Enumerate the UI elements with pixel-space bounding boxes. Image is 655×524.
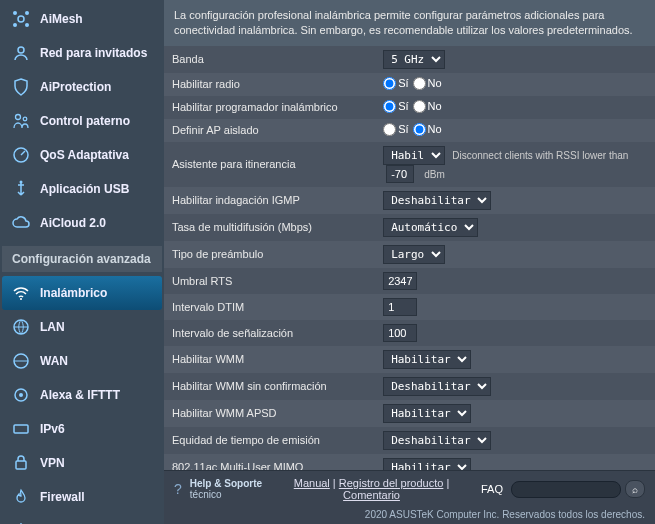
- shield-icon: [10, 76, 32, 98]
- manual-link[interactable]: Manual: [294, 477, 330, 489]
- sidebar-item-label: Firewall: [40, 490, 85, 504]
- scheduler-no[interactable]: No: [413, 100, 442, 113]
- svg-point-7: [23, 117, 27, 121]
- sidebar-item-label: WAN: [40, 354, 68, 368]
- roaming-note: Disconnect clients with RSSI lower than: [452, 150, 628, 161]
- help-support-link[interactable]: Help & Soportetécnico: [190, 478, 262, 500]
- rts-input[interactable]: [383, 272, 417, 290]
- sidebar: AiMeshRed para invitadosAiProtectionCont…: [0, 0, 164, 524]
- roaming-select[interactable]: Habilitar: [383, 146, 445, 165]
- radio-no-input[interactable]: [413, 77, 426, 90]
- airtime-label: Equidad de tiempo de emisión: [164, 427, 375, 454]
- sidebar-item-aimesh[interactable]: AiMesh: [2, 2, 162, 36]
- mu-mimo-select[interactable]: Habilitar: [383, 458, 471, 470]
- sidebar-item-qos-adaptativa[interactable]: QoS Adaptativa: [2, 138, 162, 172]
- sidebar-item-label: LAN: [40, 320, 65, 334]
- igmp-select[interactable]: Deshabilitar: [383, 191, 491, 210]
- wmm-apsd-label: Habilitar WMM APSD: [164, 400, 375, 427]
- beacon-input[interactable]: [383, 324, 417, 342]
- cloud-icon: [10, 212, 32, 234]
- lan-icon: [10, 316, 32, 338]
- preamble-label: Tipo de preámbulo: [164, 241, 375, 268]
- rts-label: Umbral RTS: [164, 268, 375, 294]
- rssi-input[interactable]: [386, 165, 414, 183]
- sidebar-item-label: AiMesh: [40, 12, 83, 26]
- sidebar-item-label: VPN: [40, 456, 65, 470]
- sidebar-item-ipv6[interactable]: IPv6: [2, 412, 162, 446]
- faq-label: FAQ: [481, 483, 503, 495]
- footer: ? Help & Soportetécnico Manual | Registr…: [164, 470, 655, 507]
- sidebar-item-administraci-n[interactable]: Administración: [2, 514, 162, 524]
- wmm-select[interactable]: Habilitar: [383, 350, 471, 369]
- svg-point-0: [18, 16, 24, 22]
- airtime-select[interactable]: Deshabilitar: [383, 431, 491, 450]
- isolated-no[interactable]: No: [413, 123, 442, 136]
- fire-icon: [10, 486, 32, 508]
- sidebar-item-wan[interactable]: WAN: [2, 344, 162, 378]
- igmp-label: Habilitar indagación IGMP: [164, 187, 375, 214]
- svg-point-3: [13, 23, 17, 27]
- ipv6-icon: [10, 418, 32, 440]
- sidebar-item-label: IPv6: [40, 422, 65, 436]
- radio-yes[interactable]: Sí: [383, 77, 408, 90]
- radio-no[interactable]: No: [413, 77, 442, 90]
- parent-icon: [10, 110, 32, 132]
- wmm-noack-select[interactable]: Deshabilitar: [383, 377, 491, 396]
- sidebar-item-label: QoS Adaptativa: [40, 148, 129, 162]
- comment-link[interactable]: Comentario: [343, 489, 400, 501]
- multicast-select[interactable]: Automático: [383, 218, 478, 237]
- alexa-icon: [10, 384, 32, 406]
- search-input[interactable]: [511, 481, 621, 498]
- dtim-label: Intervalo DTIM: [164, 294, 375, 320]
- mesh-icon: [10, 8, 32, 30]
- svg-point-9: [20, 181, 23, 184]
- wifi-icon: [10, 282, 32, 304]
- svg-rect-15: [14, 425, 28, 433]
- preamble-select[interactable]: Largo: [383, 245, 445, 264]
- mu-mimo-label: 802.11ac Multi-User MIMO: [164, 454, 375, 470]
- roaming-label: Asistente para itinerancia: [164, 142, 375, 187]
- guest-icon: [10, 42, 32, 64]
- sidebar-item-inal-mbrico[interactable]: Inalámbrico: [2, 276, 162, 310]
- help-icon: ?: [174, 481, 182, 497]
- sidebar-item-label: Inalámbrico: [40, 286, 107, 300]
- vpn-icon: [10, 452, 32, 474]
- svg-point-2: [25, 11, 29, 15]
- sidebar-item-aicloud-2-0[interactable]: AiCloud 2.0: [2, 206, 162, 240]
- dtim-input[interactable]: [383, 298, 417, 316]
- multicast-label: Tasa de multidifusión (Mbps): [164, 214, 375, 241]
- wmm-apsd-select[interactable]: Habilitar: [383, 404, 471, 423]
- main-panel: La configuración profesional inalámbrica…: [164, 0, 655, 524]
- svg-point-4: [25, 23, 29, 27]
- sidebar-item-red-para-invitados[interactable]: Red para invitados: [2, 36, 162, 70]
- band-select[interactable]: 5 GHz: [383, 50, 445, 69]
- search-button[interactable]: ⌕: [625, 480, 645, 498]
- svg-point-1: [13, 11, 17, 15]
- sidebar-item-alexa-ifttt[interactable]: Alexa & IFTTT: [2, 378, 162, 412]
- sidebar-item-label: AiProtection: [40, 80, 111, 94]
- band-label: Banda: [164, 46, 375, 73]
- product-reg-link[interactable]: Registro del producto: [339, 477, 444, 489]
- wan-icon: [10, 350, 32, 372]
- sidebar-item-aplicaci-n-usb[interactable]: Aplicación USB: [2, 172, 162, 206]
- sidebar-item-control-paterno[interactable]: Control paterno: [2, 104, 162, 138]
- usb-icon: [10, 178, 32, 200]
- enable-radio-label: Habilitar radio: [164, 73, 375, 96]
- advanced-settings-header: Configuración avanzada: [2, 246, 162, 272]
- sidebar-item-vpn[interactable]: VPN: [2, 446, 162, 480]
- qos-icon: [10, 144, 32, 166]
- isolated-yes[interactable]: Sí: [383, 123, 408, 136]
- sidebar-item-label: Aplicación USB: [40, 182, 129, 196]
- wmm-noack-label: Habilitar WMM sin confirmación: [164, 373, 375, 400]
- sidebar-item-label: Red para invitados: [40, 46, 147, 60]
- sidebar-item-label: Control paterno: [40, 114, 130, 128]
- sidebar-item-label: AiCloud 2.0: [40, 216, 106, 230]
- sidebar-item-lan[interactable]: LAN: [2, 310, 162, 344]
- sidebar-item-firewall[interactable]: Firewall: [2, 480, 162, 514]
- admin-icon: [10, 520, 32, 524]
- copyright-text: 2020 ASUSTeK Computer Inc. Reservados to…: [164, 507, 655, 524]
- radio-yes-input[interactable]: [383, 77, 396, 90]
- scheduler-yes[interactable]: Sí: [383, 100, 408, 113]
- sidebar-item-aiprotection[interactable]: AiProtection: [2, 70, 162, 104]
- wmm-label: Habilitar WMM: [164, 346, 375, 373]
